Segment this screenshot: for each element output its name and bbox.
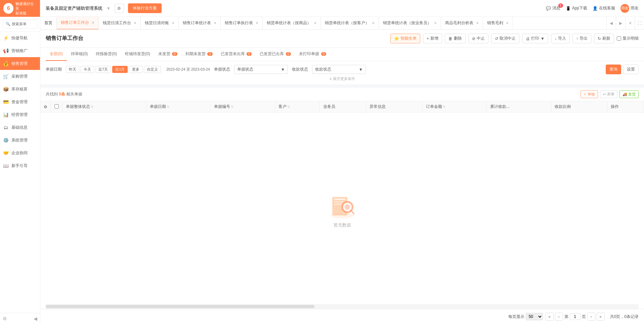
subtab-wangpu[interactable]: 旺铺待发货(0) (121, 48, 154, 61)
tab-close-sales-stat-staff[interactable]: ✕ (434, 21, 437, 25)
cancel-stop-button[interactable]: ↺ 取消中止 (491, 34, 519, 43)
page-number-input[interactable] (570, 313, 581, 320)
tab-close-button[interactable]: ✕ (625, 17, 635, 30)
sidebar-item-purchase[interactable]: 🛒 采购管理 (0, 70, 40, 83)
horizontal-scrollbar[interactable] (46, 304, 639, 309)
tab-close-sales-exec[interactable]: ✕ (256, 21, 258, 25)
subtab-shipped-out[interactable]: 已发货已出库 0 (256, 48, 295, 61)
add-button[interactable]: + 新增 (423, 34, 442, 43)
sidebar-item-guide[interactable]: 📖 新手引导 (0, 159, 40, 172)
tab-product-margin[interactable]: 商品毛利分析表 ✕ (441, 17, 483, 30)
tab-cashier-daily[interactable]: 钱货日清工作台 ✕ (99, 17, 141, 30)
sidebar-item-sales[interactable]: 💰 销售管理 (0, 57, 40, 70)
wizard-button[interactable]: ⭐ 智能生单 (390, 34, 420, 43)
tab-sales-profit[interactable]: 销售毛利 ✕ (483, 17, 513, 30)
tab-close-sales-stat-customer[interactable]: ✕ (372, 21, 375, 25)
prev-page-button[interactable]: ‹ (555, 313, 563, 321)
date-more-button[interactable]: 更多 (129, 66, 142, 73)
tab-cash-goods[interactable]: 钱货日清对账 ✕ (141, 17, 179, 30)
col-date[interactable]: 单据日期⇅ (146, 101, 211, 113)
user-button[interactable]: 用友 用友 (620, 4, 639, 13)
delete-button[interactable]: 🗑 删除 (445, 34, 466, 43)
tab-close-cashier-daily[interactable]: ✕ (134, 21, 136, 25)
show-detail-label[interactable]: 显示明细 (617, 36, 639, 41)
sidebar-item-marketing[interactable]: 📢 营销推广 (0, 44, 40, 57)
tab-close-sales-stat-product[interactable]: ✕ (314, 21, 316, 25)
col-checkbox[interactable] (51, 101, 62, 113)
tab-sales-stat[interactable]: 销售订单统计表 ✕ (179, 17, 221, 30)
subtab-pending-review[interactable]: 待审核(0) (67, 48, 92, 61)
tab-close-sales-stat[interactable]: ✕ (214, 21, 216, 25)
first-page-button[interactable]: « (546, 313, 554, 321)
tab-close-cash-goods[interactable]: ✕ (172, 21, 174, 25)
sidebar-item-basics[interactable]: 🗂 基础信息 (0, 121, 40, 134)
ship-button[interactable]: 🚚 发货 (619, 90, 639, 98)
bill-status-select[interactable]: 单据状态 ▼ (234, 65, 288, 74)
col-ratio: 收款比例 (551, 101, 607, 113)
filter-settings-button[interactable]: 设置 (623, 65, 639, 74)
trial-button[interactable]: 体验行业方案 (128, 3, 162, 13)
tab-sales-stat-staff[interactable]: 销货单统计表（按业务员） ✕ (379, 17, 441, 30)
payment-status-select[interactable]: 收款状态 ▼ (312, 65, 366, 74)
date-7days-button[interactable]: 近7天 (95, 66, 111, 73)
sidebar-item-system[interactable]: ⚙️ 系统管理 (0, 134, 40, 147)
tab-home[interactable]: 首页 (40, 17, 57, 30)
sidebar-item-operations[interactable]: 📊 经营管理 (0, 108, 40, 121)
page-size-dropdown[interactable]: 20 50 100 (526, 313, 543, 320)
subtab-pending-inspect[interactable]: 待拣验货(0) (92, 48, 121, 61)
col-status: 单据整体状态⇅ (62, 101, 146, 113)
date-yesterday-button[interactable]: 昨天 (66, 66, 79, 73)
subtab-shipped-not-warehouse[interactable]: 已发货未出库 0 (217, 48, 256, 61)
next-page-button[interactable]: › (587, 313, 595, 321)
scroll-thumb[interactable] (46, 305, 314, 308)
import-button[interactable]: ↓ 导入 (551, 34, 570, 43)
col-salesman[interactable]: 业务员 (320, 101, 366, 113)
message-icon: 💬 (546, 6, 551, 11)
sidebar-item-finance[interactable]: 💳 资金管理 (0, 95, 40, 108)
tab-next-button[interactable]: ▶ (616, 17, 625, 30)
last-page-button[interactable]: » (597, 313, 605, 321)
col-amount[interactable]: 订单金额⇅ (422, 101, 487, 113)
sidebar-item-quick-nav[interactable]: ⚡ 快捷导航 (0, 32, 40, 44)
tab-sales-exec[interactable]: 销售订单执行表 ✕ (221, 17, 263, 30)
subtab-expired-not-shipped[interactable]: 到期未发货 0 (181, 48, 217, 61)
collapse-sidebar-button[interactable]: ◀ (34, 316, 37, 321)
expand-more-button[interactable]: ∨ 展开更多条件 (329, 76, 355, 81)
tab-prev-button[interactable]: ◀ (606, 17, 616, 30)
subtab-all[interactable]: 全部(0) (46, 48, 67, 61)
messages-button[interactable]: 💬 消息 6 (546, 5, 560, 11)
col-number[interactable]: 单据编号⇅ (211, 101, 275, 113)
stop-button[interactable]: ⊘ 中止 (468, 34, 488, 43)
online-service-button[interactable]: 👤 在线客服 (593, 5, 615, 11)
tab-maximize-button[interactable]: ⛶ (635, 17, 644, 30)
tab-close-sales-profit[interactable]: ✕ (506, 21, 509, 25)
print-button[interactable]: 🖨 打印 ▼ (522, 34, 548, 43)
subtab-not-shipped[interactable]: 未发货 0 (154, 48, 181, 61)
settings-bottom-icon[interactable]: ⚙ (3, 316, 7, 321)
sidebar-item-inventory[interactable]: 📦 库存核算 (0, 83, 40, 95)
tab-sales-stat-product[interactable]: 销货单统计表（按商品） ✕ (263, 17, 321, 30)
export-button[interactable]: ↑ 导出 (572, 34, 591, 43)
tab-close-product-margin[interactable]: ✕ (476, 21, 479, 25)
refresh-button[interactable]: ↻ 刷新 (594, 34, 614, 43)
query-button[interactable]: 查询 (606, 65, 621, 74)
search-menu-button[interactable]: 🔍 搜索菜单 (3, 19, 37, 29)
sidebar-item-enterprise[interactable]: 🤝 企业协同 (0, 147, 40, 159)
subtab-not-printed[interactable]: 未打印单据 0 (295, 48, 330, 61)
show-detail-checkbox[interactable] (617, 36, 621, 41)
date-today-button[interactable]: 今天 (81, 66, 94, 73)
col-customer[interactable]: 客户⇅ (275, 101, 319, 113)
app-download-button[interactable]: 📱 App下载 (566, 5, 587, 11)
tab-sales-workbench[interactable]: 销售订单工作台 ✕ (57, 17, 99, 30)
date-custom-button[interactable]: 自定义 (144, 66, 161, 73)
topbar-settings-button[interactable]: ⚙ (115, 4, 124, 13)
tab-close-sales-workbench[interactable]: ✕ (92, 21, 94, 25)
approve-button[interactable]: ✓ 审核 (581, 90, 598, 98)
col-config[interactable]: ⚙ (40, 101, 51, 113)
revoke-button[interactable]: ↩ 弃审 (600, 90, 617, 98)
select-all-checkbox[interactable] (54, 104, 59, 109)
finance-icon: 💳 (3, 99, 9, 105)
tab-sales-stat-customer[interactable]: 销货单统计表（按客户） ✕ (321, 17, 379, 30)
date-1month-button[interactable]: 近1月 (112, 66, 128, 73)
print-icon: 🖨 (526, 36, 530, 41)
